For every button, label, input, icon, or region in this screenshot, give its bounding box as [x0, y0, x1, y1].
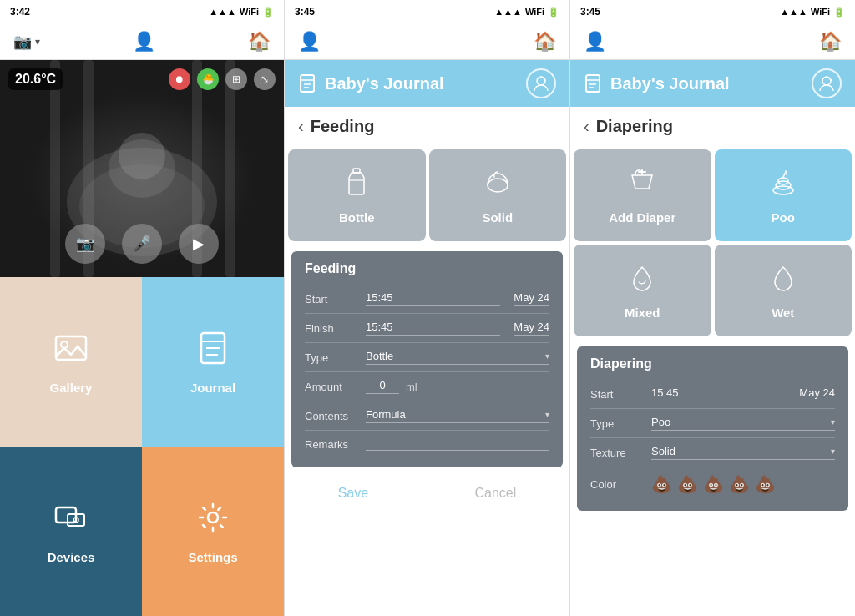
panel-feeding: 3:45 ▲▲▲ WiFi 🔋 👤 🏠 Baby's Journal [284, 0, 569, 616]
diapering-form: Diapering Start 15:45 May 24 Type Poo ▾ … [577, 346, 848, 511]
amount-value[interactable]: 0 [366, 379, 399, 394]
journal-icon [195, 330, 231, 374]
temperature-value: 20.6°C [15, 72, 56, 86]
color-dark-brown[interactable]: 💩 [651, 474, 672, 494]
type-select[interactable]: Bottle ▾ [366, 350, 549, 365]
diapering-color-row: Color 💩 💩 💩 💩 💩 [590, 467, 835, 501]
feeding-finish-row: Finish 15:45 May 24 [305, 314, 549, 343]
home-icon-3[interactable]: 🏠 [819, 31, 842, 53]
finish-time[interactable]: 15:45 [366, 321, 500, 336]
grid-btn[interactable]: ⊞ [225, 68, 247, 90]
diap-start-label: Start [590, 388, 645, 401]
amount-wrap: 0 ml [366, 379, 417, 394]
back-btn-3[interactable]: ‹ [584, 117, 589, 136]
baby-face-btn[interactable]: 🐣 [197, 68, 219, 90]
solid-icon [483, 167, 513, 204]
battery-icon: 🔋 [262, 7, 274, 18]
profile-icon-3[interactable]: 👤 [584, 31, 606, 53]
journal-label: Journal [190, 381, 235, 395]
baby-profile-btn-2[interactable] [526, 68, 556, 98]
journal-item[interactable]: Journal [142, 277, 284, 447]
camera-feed: 20.6°C ⏺ 🐣 ⊞ ⤡ 📷 🎤 ▶ [0, 60, 284, 277]
contents-label: Contents [305, 410, 359, 422]
play-btn[interactable]: ▶ [179, 224, 219, 264]
finish-date[interactable]: May 24 [514, 321, 549, 336]
status-icons-2: ▲▲▲ WiFi 🔋 [494, 7, 559, 18]
diap-type-label: Type [590, 417, 645, 430]
photo-btn[interactable]: 📷 [65, 224, 105, 264]
book-icon-3 [584, 73, 604, 93]
diapering-texture-row: Texture Solid ▾ [590, 438, 835, 467]
home-icon[interactable]: 🏠 [248, 31, 271, 53]
expand-btn[interactable]: ⤡ [254, 68, 276, 90]
status-time-3: 3:45 [580, 6, 600, 18]
svg-point-32 [822, 77, 831, 85]
signal-icon-3: ▲▲▲ [780, 7, 807, 17]
add-diaper-card[interactable]: Add Diaper [574, 149, 711, 241]
wet-card[interactable]: Wet [715, 245, 852, 336]
status-bar-3: 3:45 ▲▲▲ WiFi 🔋 [570, 0, 855, 23]
feeding-section-title: Feeding [311, 117, 375, 136]
journal-title-3: Baby's Journal [610, 74, 730, 93]
main-grid-menu: Gallery Journal Devices [0, 277, 284, 616]
book-icon-2 [298, 73, 318, 93]
mic-btn[interactable]: 🎤 [122, 224, 162, 264]
start-date[interactable]: May 24 [514, 291, 549, 306]
contents-select[interactable]: Formula ▾ [366, 408, 549, 423]
camera-bottom-controls: 📷 🎤 ▶ [65, 224, 219, 264]
bottle-card[interactable]: Bottle [288, 149, 426, 241]
color-tan[interactable]: 💩 [755, 474, 776, 494]
diap-start-time[interactable]: 15:45 [651, 386, 786, 401]
top-nav-3: 👤 🏠 [570, 23, 855, 60]
diap-type-value: Poo [651, 416, 831, 428]
amount-unit: ml [406, 381, 417, 393]
type-dropdown-arrow: ▾ [545, 351, 549, 361]
journal-header-2: Baby's Journal [285, 60, 569, 107]
add-diaper-icon [627, 167, 657, 204]
journal-title-wrap-3: Baby's Journal [584, 73, 730, 93]
status-icons-3: ▲▲▲ WiFi 🔋 [780, 7, 845, 18]
profile-icon[interactable]: 👤 [133, 31, 155, 53]
settings-icon [195, 499, 231, 543]
devices-label: Devices [48, 550, 95, 564]
diap-type-select[interactable]: Poo ▾ [651, 416, 835, 431]
battery-icon-3: 🔋 [833, 7, 845, 18]
signal-icon: ▲▲▲ [209, 7, 236, 17]
color-medium-brown[interactable]: 💩 [703, 474, 724, 494]
profile-icon-2[interactable]: 👤 [298, 31, 321, 53]
color-light-brown[interactable]: 💩 [729, 474, 750, 494]
diaper-cards-grid: Add Diaper Poo Mixed [570, 146, 855, 340]
solid-card[interactable]: Solid [429, 149, 567, 241]
devices-item[interactable]: Devices [0, 447, 142, 616]
feeding-form-actions: Save Cancel [285, 474, 569, 506]
color-brown[interactable]: 💩 [677, 474, 698, 494]
texture-select[interactable]: Solid ▾ [651, 445, 835, 460]
camera-selector[interactable]: 📷 ▾ [13, 33, 40, 51]
top-nav-1: 📷 ▾ 👤 🏠 [0, 23, 284, 60]
diap-start-date[interactable]: May 24 [799, 386, 835, 401]
diapering-form-title: Diapering [590, 356, 835, 371]
gallery-item[interactable]: Gallery [0, 277, 142, 447]
save-button[interactable]: Save [338, 486, 368, 501]
start-time[interactable]: 15:45 [366, 291, 500, 306]
back-btn-2[interactable]: ‹ [298, 117, 304, 136]
mixed-card[interactable]: Mixed [574, 245, 711, 336]
svg-rect-5 [225, 60, 235, 277]
settings-label: Settings [188, 550, 237, 564]
settings-item[interactable]: Settings [142, 447, 284, 616]
journal-header-3: Baby's Journal [570, 60, 855, 107]
cancel-button[interactable]: Cancel [475, 486, 517, 501]
color-swatches: 💩 💩 💩 💩 💩 [651, 474, 835, 494]
camera-icon: 📷 [13, 33, 32, 51]
remarks-input[interactable] [366, 437, 549, 451]
poo-card[interactable]: Poo [715, 149, 852, 241]
poo-label: Poo [772, 210, 795, 225]
wifi-icon-3: WiFi [811, 7, 830, 17]
gallery-icon [53, 330, 89, 374]
diapering-section-header: ‹ Diapering [570, 107, 855, 146]
baby-profile-btn-3[interactable] [812, 68, 842, 98]
status-bar-2: 3:45 ▲▲▲ WiFi 🔋 [285, 0, 569, 23]
contents-value: Formula [366, 408, 545, 421]
home-icon-2[interactable]: 🏠 [534, 31, 556, 53]
feeding-cards-grid: Bottle Solid [285, 146, 569, 245]
